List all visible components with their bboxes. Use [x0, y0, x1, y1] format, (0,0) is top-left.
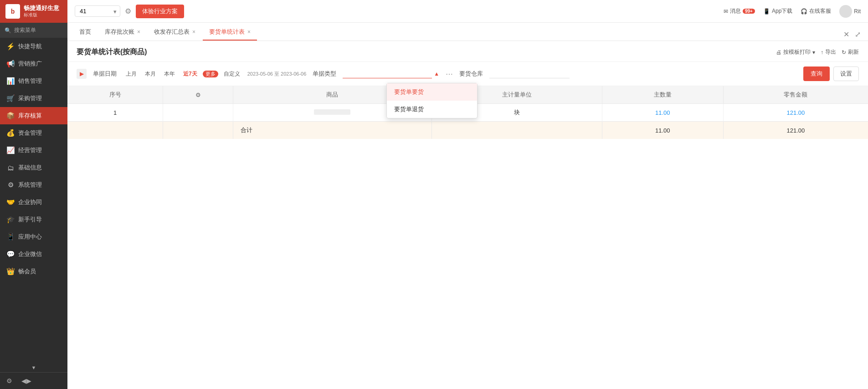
sidebar-item-label: 畅会员 [18, 267, 36, 276]
dropdown-item-return-label: 要货单退货 [394, 106, 424, 113]
sidebar-item-label: 资金管理 [18, 129, 42, 137]
tab-receive-summary-close[interactable]: × [192, 29, 195, 35]
message-icon: ✉ [724, 8, 728, 15]
sidebar-header: b 畅捷通好生意 标准版 [0, 0, 67, 23]
tab-inventory-batch[interactable]: 库存批次账 × [98, 24, 147, 41]
dropdown-item-purchase-label: 要货单要货 [394, 88, 424, 95]
sidebar-item-operation[interactable]: 📈 经营管理 [0, 142, 67, 159]
sidebar-item-enterprise[interactable]: 🤝 企业协同 [0, 194, 67, 211]
sidebar-item-wechat[interactable]: 💬 企业微信 [0, 246, 67, 263]
sidebar-item-sales[interactable]: 📊 销售管理 [0, 72, 67, 90]
type-filter-wrap: ▲ [343, 69, 439, 78]
col-quantity-header: 主数量 [602, 86, 723, 104]
export-label: 导出 [825, 48, 836, 56]
sidebar-item-inventory[interactable]: 📦 库存核算 [0, 107, 67, 124]
avatar [839, 5, 852, 18]
sidebar-scroll-down-btn[interactable]: ▼ [0, 363, 67, 372]
wechat-icon: 💬 [6, 250, 15, 258]
table-footer: 合计 11.00 121.00 [67, 122, 868, 139]
sidebar-item-label: 系统管理 [18, 181, 42, 189]
sidebar-item-marketing[interactable]: 📢 营销推广 [0, 55, 67, 72]
col-amount-header: 零售金额 [723, 86, 868, 104]
close-all-tabs-btn[interactable]: ✕ [842, 28, 851, 41]
dropdown-item-purchase[interactable]: 要货单要货 [387, 83, 477, 101]
print-chevron-icon: ▾ [812, 49, 815, 56]
this-year-btn[interactable]: 本年 [161, 69, 178, 79]
page-title: 要货单统计表(按商品) [77, 47, 147, 57]
sidebar-item-system[interactable]: ⚙ 系统管理 [0, 176, 67, 194]
search-menu-label: 搜索菜单 [14, 26, 36, 34]
tab-order-stats-close[interactable]: × [247, 29, 251, 35]
system-icon: ⚙ [6, 181, 15, 189]
footer-label: 合计 [233, 122, 431, 139]
query-btn[interactable]: 查询 [803, 67, 830, 81]
topbar-gear-icon[interactable]: ⚙ [125, 7, 131, 15]
basic-icon: 🗂 [6, 164, 15, 172]
settings-icon[interactable]: ⚙ [6, 377, 12, 384]
settings-btn[interactable]: 设置 [833, 67, 859, 81]
page-inner: 要货单统计表(按商品) 🖨 按模板打印 ▾ ↑ 导出 ↻ 刷新 [67, 41, 868, 389]
type-filter-input[interactable] [343, 69, 432, 78]
tab-order-stats[interactable]: 要货单统计表 × [203, 24, 257, 41]
sidebar-item-label: 采购管理 [18, 94, 42, 102]
col-settings-header[interactable]: ⚙ [163, 86, 233, 104]
app-download-btn[interactable]: 📱 App下载 [763, 7, 792, 15]
this-month-btn[interactable]: 本月 [142, 69, 159, 79]
online-service-btn[interactable]: 🎧 在线客服 [801, 7, 831, 15]
export-btn[interactable]: ↑ 导出 [821, 48, 836, 56]
footer-amount: 121.00 [723, 122, 868, 139]
app-download-label: App下载 [772, 7, 792, 15]
user-avatar-btn[interactable]: Rit [839, 5, 861, 18]
filter-expand-btn[interactable]: ▶ [77, 69, 87, 79]
search-menu[interactable]: 🔍 搜索菜单 [0, 23, 67, 38]
footer-empty-settings [163, 122, 233, 139]
footer-empty-unit [432, 122, 602, 139]
headset-icon: 🎧 [801, 8, 807, 15]
amount-link[interactable]: 121.00 [786, 109, 805, 116]
finance-icon: 💰 [6, 129, 15, 137]
company-selector[interactable]: 41 [75, 5, 120, 17]
promo-button[interactable]: 体验行业方案 [136, 5, 184, 18]
export-icon: ↑ [821, 49, 823, 56]
quantity-link[interactable]: 11.00 [655, 109, 670, 116]
dropdown-item-return[interactable]: 要货单退货 [387, 101, 477, 118]
tabs-bar: 首页 库存批次账 × 收发存汇总表 × 要货单统计表 × ✕ ⤢ [67, 23, 868, 41]
more-date-badge[interactable]: 更多 [203, 71, 218, 77]
sidebar-item-member[interactable]: 👑 畅会员 [0, 263, 67, 280]
last-month-btn[interactable]: 上月 [123, 69, 139, 79]
tabs-actions: ✕ ⤢ [842, 28, 863, 41]
collapse-icon[interactable]: ◀▶ [21, 377, 31, 384]
date-filter-label: 单据日期 [93, 70, 117, 78]
sidebar-item-basic[interactable]: 🗂 基础信息 [0, 159, 67, 176]
col-seq-header: 序号 [67, 86, 163, 104]
type-filter-chevron-icon[interactable]: ▲ [434, 71, 439, 77]
fullscreen-btn[interactable]: ⤢ [853, 28, 863, 41]
print-template-btn[interactable]: 🖨 按模板打印 ▾ [776, 48, 815, 56]
company-selector-wrap: 41 [75, 5, 120, 17]
user-name: Rit [854, 8, 861, 15]
warehouse-filter-input[interactable] [489, 69, 570, 78]
cell-quantity: 11.00 [602, 104, 723, 122]
tab-inventory-batch-close[interactable]: × [137, 29, 140, 35]
sidebar-item-app-center[interactable]: 📱 应用中心 [0, 228, 67, 246]
warehouse-filter-label: 要货仓库 [459, 70, 483, 78]
app-title: 畅捷通好生意 [24, 5, 59, 12]
footer-empty-seq [67, 122, 163, 139]
sidebar-item-guide[interactable]: 🎓 新手引导 [0, 211, 67, 228]
messages-btn[interactable]: ✉ 消息 99+ [724, 7, 755, 15]
sidebar-item-finance[interactable]: 💰 资金管理 [0, 124, 67, 142]
sidebar-item-purchase[interactable]: 🛒 采购管理 [0, 90, 67, 107]
sidebar-item-label: 快捷导航 [18, 42, 42, 51]
tab-home[interactable]: 首页 [73, 24, 98, 41]
custom-date-btn[interactable]: 自定义 [221, 69, 243, 79]
sidebar-item-label: 应用中心 [18, 233, 42, 241]
footer-quantity: 11.00 [602, 122, 723, 139]
last-7-days-btn[interactable]: 近7天 [180, 69, 200, 79]
sales-icon: 📊 [6, 77, 15, 85]
filter-more-btn[interactable]: ⋯ [446, 70, 453, 78]
refresh-btn[interactable]: ↻ 刷新 [842, 48, 859, 56]
guide-icon: 🎓 [6, 215, 15, 224]
sidebar-item-label: 营销推广 [18, 60, 42, 68]
sidebar-item-quick-nav[interactable]: ⚡ 快捷导航 [0, 38, 67, 55]
tab-receive-summary[interactable]: 收发存汇总表 × [148, 24, 202, 41]
